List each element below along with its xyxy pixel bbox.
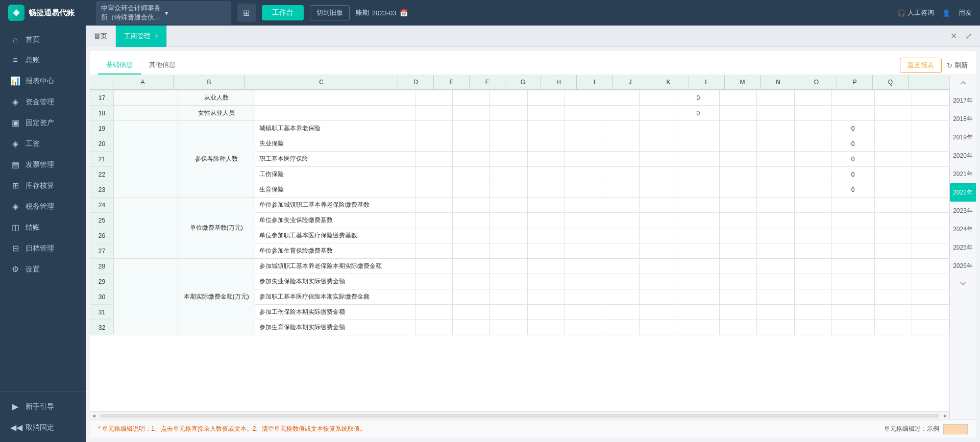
cell-22-i[interactable] bbox=[602, 167, 640, 182]
cell-24-d[interactable] bbox=[415, 198, 452, 213]
cell-19-f[interactable] bbox=[490, 121, 527, 136]
year-item-2017[interactable]: 2017年 bbox=[950, 91, 976, 110]
cell-32-m[interactable] bbox=[757, 320, 794, 335]
cell-24-p[interactable] bbox=[874, 198, 912, 213]
cell-28-k[interactable] bbox=[677, 259, 720, 274]
cell-32-l[interactable] bbox=[720, 320, 757, 335]
cell-32-h[interactable] bbox=[565, 320, 602, 335]
cell-25-h[interactable] bbox=[565, 213, 602, 228]
cell-20-c[interactable]: 失业保险 bbox=[255, 136, 415, 152]
cell-20-e[interactable] bbox=[453, 136, 490, 152]
cell-29-h[interactable] bbox=[565, 274, 602, 289]
cell-24-m[interactable] bbox=[757, 198, 794, 213]
cell-27-g[interactable] bbox=[527, 243, 565, 259]
year-item-2022[interactable]: 2022年 bbox=[950, 183, 976, 202]
cell-31-f[interactable] bbox=[490, 305, 527, 320]
cell-30-g[interactable] bbox=[527, 289, 565, 305]
company-selector[interactable]: 中审众环会计师事务所（特殊普通合伙... ▾ bbox=[96, 1, 231, 24]
cell-19-i[interactable] bbox=[602, 121, 640, 136]
cell-18-g[interactable] bbox=[527, 106, 565, 121]
cell-23-f[interactable] bbox=[490, 182, 527, 198]
cell-25-g[interactable] bbox=[527, 213, 565, 228]
cell-22-h[interactable] bbox=[565, 167, 602, 182]
cell-31-i[interactable] bbox=[602, 305, 640, 320]
sidebar-item-assets[interactable]: ▣ 固定资产 bbox=[0, 112, 86, 133]
cell-25-f[interactable] bbox=[490, 213, 527, 228]
cell-18-p[interactable] bbox=[874, 106, 912, 121]
cell-31-e[interactable] bbox=[453, 305, 490, 320]
cell-26-f[interactable] bbox=[490, 228, 527, 243]
cell-25-d[interactable] bbox=[415, 213, 452, 228]
cell-18-f[interactable] bbox=[490, 106, 527, 121]
year-item-2019[interactable]: 2019年 bbox=[950, 128, 976, 146]
cell-29-g[interactable] bbox=[527, 274, 565, 289]
cell-28-i[interactable] bbox=[602, 259, 640, 274]
cell-24-a[interactable] bbox=[114, 198, 178, 259]
cell-26-e[interactable] bbox=[453, 228, 490, 243]
cell-24-l[interactable] bbox=[720, 198, 757, 213]
cell-23-m[interactable] bbox=[757, 182, 794, 198]
cell-31-o[interactable] bbox=[831, 305, 874, 320]
cell-29-e[interactable] bbox=[453, 274, 490, 289]
cell-27-k[interactable] bbox=[677, 243, 720, 259]
cell-17-q[interactable] bbox=[912, 90, 949, 106]
tab-close-icon[interactable]: × bbox=[155, 33, 158, 40]
cell-29-j[interactable] bbox=[640, 274, 677, 289]
cell-31-d[interactable] bbox=[415, 305, 452, 320]
cell-18-j[interactable] bbox=[640, 106, 677, 121]
cell-30-h[interactable] bbox=[565, 289, 602, 305]
cell-17-l[interactable] bbox=[720, 90, 757, 106]
sidebar-item-archive[interactable]: ⊟ 归档管理 bbox=[0, 238, 86, 259]
cell-19-q[interactable] bbox=[912, 121, 949, 136]
sub-tab-other[interactable]: 其他信息 bbox=[141, 56, 184, 75]
cell-31-h[interactable] bbox=[565, 305, 602, 320]
cell-26-m[interactable] bbox=[757, 228, 794, 243]
cell-18-n[interactable] bbox=[794, 106, 831, 121]
cell-25-l[interactable] bbox=[720, 213, 757, 228]
cell-26-d[interactable] bbox=[415, 228, 452, 243]
cell-20-n[interactable] bbox=[794, 136, 831, 152]
cell-24-g[interactable] bbox=[527, 198, 565, 213]
cell-29-k[interactable] bbox=[677, 274, 720, 289]
tab-expand-button[interactable]: ⤢ bbox=[963, 29, 974, 43]
cell-19-a[interactable] bbox=[114, 121, 178, 198]
cell-30-l[interactable] bbox=[720, 289, 757, 305]
cell-22-o[interactable]: 0 bbox=[831, 167, 874, 182]
cell-30-d[interactable] bbox=[415, 289, 452, 305]
cell-17-g[interactable] bbox=[527, 90, 565, 106]
sidebar-item-settings[interactable]: ⚙ 设置 bbox=[0, 259, 86, 280]
cell-27-f[interactable] bbox=[490, 243, 527, 259]
cell-20-l[interactable] bbox=[720, 136, 757, 152]
cell-21-k[interactable] bbox=[677, 152, 720, 167]
cell-31-g[interactable] bbox=[527, 305, 565, 320]
cell-24-j[interactable] bbox=[640, 198, 677, 213]
tab-business-mgmt[interactable]: 工商管理 × bbox=[116, 26, 167, 47]
cell-31-j[interactable] bbox=[640, 305, 677, 320]
cell-30-f[interactable] bbox=[490, 289, 527, 305]
cell-18-m[interactable] bbox=[757, 106, 794, 121]
year-item-2025[interactable]: 2025年 bbox=[950, 238, 976, 257]
cell-19-b[interactable]: 参保各险种人数 bbox=[178, 121, 255, 198]
cell-29-d[interactable] bbox=[415, 274, 452, 289]
cell-23-k[interactable] bbox=[677, 182, 720, 198]
reset-report-button[interactable]: 重置报表 bbox=[900, 58, 942, 73]
cell-25-e[interactable] bbox=[453, 213, 490, 228]
cell-32-d[interactable] bbox=[415, 320, 452, 335]
cell-22-d[interactable] bbox=[415, 167, 452, 182]
cell-21-i[interactable] bbox=[602, 152, 640, 167]
cell-29-m[interactable] bbox=[757, 274, 794, 289]
cell-17-h[interactable] bbox=[565, 90, 602, 106]
cell-22-k[interactable] bbox=[677, 167, 720, 182]
cell-28-o[interactable] bbox=[831, 259, 874, 274]
cell-31-c[interactable]: 参加工伤保险本期实际缴费金额 bbox=[255, 305, 415, 320]
cell-23-g[interactable] bbox=[527, 182, 565, 198]
cell-30-c[interactable]: 参加职工基本医疗保险本期实际缴费金额 bbox=[255, 289, 415, 305]
cell-29-n[interactable] bbox=[794, 274, 831, 289]
cell-30-j[interactable] bbox=[640, 289, 677, 305]
cell-17-d[interactable] bbox=[415, 90, 452, 106]
cell-30-k[interactable] bbox=[677, 289, 720, 305]
cell-28-g[interactable] bbox=[527, 259, 565, 274]
cell-18-q[interactable] bbox=[912, 106, 949, 121]
cell-21-e[interactable] bbox=[453, 152, 490, 167]
sidebar-item-funds[interactable]: ◈ 资金管理 bbox=[0, 91, 86, 112]
